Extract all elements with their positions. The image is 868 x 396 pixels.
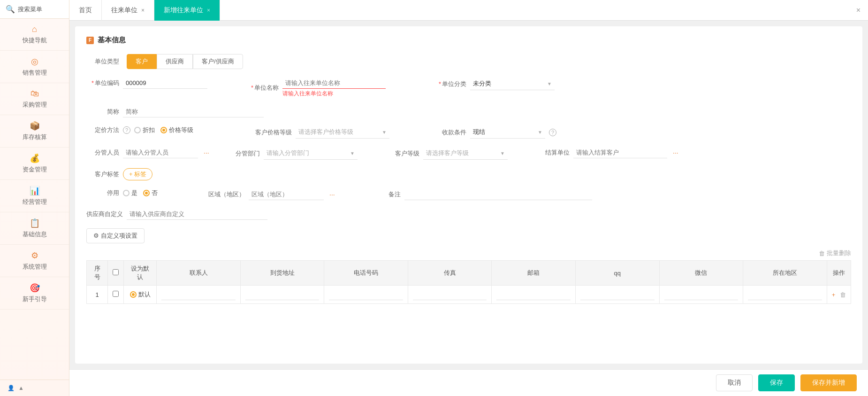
region-input[interactable] bbox=[249, 189, 324, 200]
tab-home[interactable]: 首页 bbox=[69, 0, 102, 21]
settlement-unit-group: 结算单位 ··· bbox=[537, 147, 851, 158]
department-select[interactable]: 请输入分管部门 ▼ bbox=[264, 147, 358, 160]
disabled-no-radio[interactable] bbox=[143, 190, 150, 196]
sidebar-item-inventory[interactable]: 📦 库存核算 bbox=[0, 115, 69, 148]
pricing-discount-option[interactable]: 折扣 bbox=[134, 126, 155, 134]
disabled-region-row: 停用 是 否 区域（地区） ··· 备注 bbox=[86, 189, 851, 200]
row-add-btn[interactable]: + bbox=[832, 291, 836, 298]
col-default: 设为默认 bbox=[124, 261, 157, 286]
cancel-button[interactable]: 取消 bbox=[716, 374, 753, 391]
pricing-level-radio[interactable] bbox=[160, 127, 167, 133]
col-phone: 电话号码 bbox=[324, 261, 408, 286]
customer-price-level-group: 客户价格等级 请选择客户价格等级 ▼ bbox=[255, 126, 424, 139]
tab-contacts[interactable]: 往来单位 × bbox=[102, 0, 154, 21]
batch-delete-area: 🗑 批量删除 bbox=[86, 249, 851, 257]
sidebar-item-sys-mgmt[interactable]: ⚙ 系统管理 bbox=[0, 245, 69, 277]
sidebar-item-finance[interactable]: 💰 资金管理 bbox=[0, 148, 69, 180]
supplier-custom-row: 供应商自定义 bbox=[86, 209, 851, 220]
pricing-discount-radio[interactable] bbox=[134, 127, 141, 133]
row-default-radio[interactable] bbox=[130, 291, 137, 298]
col-qq: qq bbox=[576, 261, 660, 286]
unit-category-select[interactable]: 未分类 ▼ bbox=[470, 78, 555, 90]
remark-label: 备注 bbox=[368, 190, 401, 199]
settlement-unit-more-btn[interactable]: ··· bbox=[671, 149, 680, 156]
unit-type-customer-btn[interactable]: 客户 bbox=[127, 54, 157, 69]
row-fax bbox=[408, 286, 492, 304]
section-basic-info: F 基本信息 bbox=[86, 36, 851, 45]
unit-name-input[interactable] bbox=[282, 78, 386, 89]
select-all-checkbox[interactable] bbox=[113, 269, 119, 275]
row-default-radio-label[interactable]: 默认 bbox=[129, 290, 152, 299]
disabled-no-option[interactable]: 否 bbox=[143, 189, 158, 197]
manager-more-btn[interactable]: ··· bbox=[202, 149, 211, 156]
sidebar-bottom-user[interactable]: 👤 ▲ bbox=[0, 380, 69, 396]
region-more-btn[interactable]: ··· bbox=[327, 191, 337, 198]
col-wechat: 微信 bbox=[659, 261, 743, 286]
customer-level-group: 客户等级 请选择客户等级 ▼ bbox=[387, 147, 527, 160]
sidebar-item-label: 基础信息 bbox=[23, 230, 47, 239]
sidebar-item-purchase-mgmt[interactable]: 🛍 采购管理 bbox=[0, 83, 69, 115]
col-fax: 传真 bbox=[408, 261, 492, 286]
row-wechat-input[interactable] bbox=[664, 289, 739, 300]
sidebar-item-sales-mgmt[interactable]: ◎ 销售管理 bbox=[0, 51, 69, 83]
sidebar-item-basic-info[interactable]: 📋 基础信息 bbox=[0, 212, 69, 245]
sidebar-item-quick-nav[interactable]: ⌂ 快捷导航 bbox=[0, 19, 69, 51]
table-header: 序号 设为默认 联系人 到货地址 电话号码 传真 邮箱 qq 微信 所在地区 操… bbox=[87, 261, 851, 286]
row-fax-input[interactable] bbox=[413, 289, 487, 300]
sidebar-search-label: 搜索菜单 bbox=[18, 5, 42, 14]
tab-contacts-close[interactable]: × bbox=[141, 7, 145, 14]
sidebar-search[interactable]: 🔍 搜索菜单 bbox=[0, 0, 69, 19]
unit-code-label: 单位编码 bbox=[86, 79, 119, 87]
pricing-level-option[interactable]: 价格等级 bbox=[160, 126, 193, 134]
form-content: F 基本信息 单位类型 客户 供应商 客户/供应商 单位编码 单位名称 bbox=[75, 26, 862, 364]
row-default: 默认 bbox=[124, 286, 157, 304]
payment-terms-help-icon[interactable]: ? bbox=[549, 129, 556, 136]
row-phone-input[interactable] bbox=[329, 289, 403, 300]
customer-tag-label: 客户标签 bbox=[86, 170, 119, 179]
pricing-help-icon[interactable]: ? bbox=[123, 126, 130, 134]
row-delete-btn[interactable]: 🗑 bbox=[840, 291, 846, 298]
row-address-input[interactable] bbox=[245, 289, 320, 300]
customer-price-level-select[interactable]: 请选择客户价格等级 ▼ bbox=[296, 126, 389, 139]
row-email-input[interactable] bbox=[496, 289, 571, 300]
section-icon: F bbox=[86, 37, 94, 44]
supplier-custom-group: 供应商自定义 bbox=[86, 209, 851, 220]
disabled-yes-radio[interactable] bbox=[123, 190, 129, 196]
unit-type-both-btn[interactable]: 客户/供应商 bbox=[193, 54, 243, 69]
settlement-unit-input[interactable] bbox=[573, 147, 667, 158]
manager-input[interactable] bbox=[123, 147, 198, 158]
department-chevron: ▼ bbox=[350, 151, 355, 156]
payment-terms-select[interactable]: 现结 ▼ bbox=[470, 126, 545, 139]
row-location-input[interactable] bbox=[748, 289, 822, 300]
short-name-group: 简称 bbox=[86, 106, 851, 117]
unit-code-input[interactable] bbox=[123, 78, 207, 89]
sidebar-item-label: 新手引导 bbox=[23, 295, 47, 303]
short-name-input[interactable] bbox=[123, 106, 264, 117]
col-index: 序号 bbox=[87, 261, 108, 286]
row-qq bbox=[576, 286, 660, 304]
batch-delete-icon: 🗑 bbox=[819, 250, 825, 257]
row-qq-input[interactable] bbox=[580, 289, 655, 300]
payment-terms-group: 收款条件 现结 ▼ ? bbox=[434, 126, 851, 139]
batch-delete-label[interactable]: 批量删除 bbox=[827, 249, 851, 257]
disabled-yes-option[interactable]: 是 bbox=[123, 189, 137, 197]
pricing-method-label: 定价方法 bbox=[86, 126, 119, 134]
row-contact-input[interactable] bbox=[161, 289, 236, 300]
sidebar-item-newbie[interactable]: 🎯 新手引导 bbox=[0, 277, 69, 310]
save-new-button[interactable]: 保存并新增 bbox=[800, 374, 857, 391]
department-group: 分管部门 请输入分管部门 ▼ bbox=[227, 147, 377, 160]
custom-settings-button[interactable]: ⚙ 自定义项设置 bbox=[86, 228, 145, 243]
tab-new-contact[interactable]: 新增往来单位 × bbox=[154, 0, 220, 21]
unit-type-supplier-btn[interactable]: 供应商 bbox=[157, 54, 193, 69]
remark-input[interactable] bbox=[404, 189, 592, 200]
window-close-button[interactable]: × bbox=[849, 6, 868, 15]
customer-level-select[interactable]: 请选择客户等级 ▼ bbox=[423, 147, 508, 160]
row-checkbox[interactable] bbox=[113, 291, 119, 297]
supplier-custom-input[interactable] bbox=[127, 209, 267, 220]
add-tag-button[interactable]: + 标签 bbox=[123, 168, 152, 180]
inventory-icon: 📦 bbox=[30, 121, 40, 131]
unit-name-group: 单位名称 请输入往来单位名称 bbox=[246, 78, 424, 98]
sidebar-item-operations[interactable]: 📊 经营管理 bbox=[0, 180, 69, 212]
save-button[interactable]: 保存 bbox=[758, 374, 795, 391]
tab-new-contact-close[interactable]: × bbox=[207, 7, 210, 14]
